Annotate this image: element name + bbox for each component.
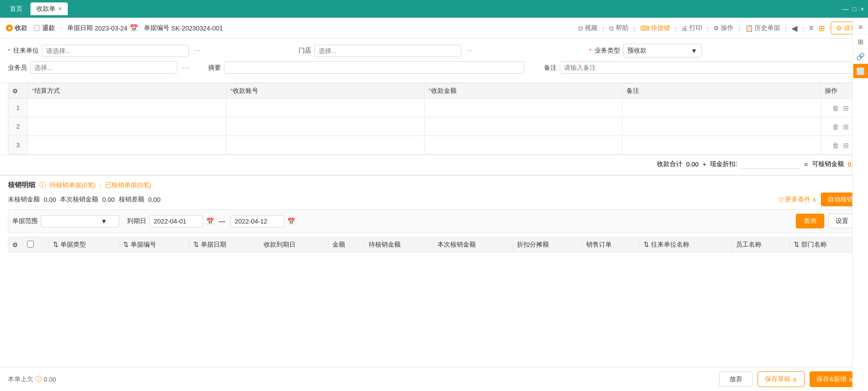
minimize-btn[interactable]: — [842, 5, 849, 13]
help-icon: ⊙ [609, 25, 614, 32]
summary-row: 收款合计 0.00 + 现金折扣: = 可核销金额 0.00 [0, 155, 868, 173]
settle-method-input-1[interactable] [28, 99, 226, 117]
settle-method-2[interactable] [28, 117, 226, 136]
window-controls: — □ × [842, 5, 864, 13]
receipt-account-input-2[interactable] [226, 117, 424, 136]
nav-prev-icon[interactable]: ◀ [791, 24, 797, 33]
check-all-header[interactable]: ⚙ [8, 237, 23, 252]
receipt-amount-1[interactable] [424, 99, 623, 117]
operate-btn[interactable]: ⚙ 操作 [713, 24, 733, 32]
query-btn[interactable]: 查询 [796, 214, 824, 228]
remark-1[interactable] [623, 99, 821, 117]
sidebar-icon-1[interactable]: ≡ [853, 20, 868, 34]
grid-view-icon[interactable]: ⊞ [818, 24, 825, 33]
verify-filters: 单据范围 ▼ 到期日 📅 — 📅 查询 设置 [8, 209, 860, 233]
copy-icon-1[interactable]: ⊞ [843, 104, 849, 112]
pending-tab[interactable]: 待核销单据(0笔) [50, 181, 96, 190]
print-btn[interactable]: 🖨 打印 [681, 24, 702, 32]
verify-stats-row: 未核销金额 0.00 本次核销金额 0.00 核销差额 0.00 ▽ 更多条件 … [8, 193, 860, 206]
video-btn[interactable]: ⊙ 视频 [578, 24, 597, 32]
done-tab[interactable]: 已核销单据(0笔) [105, 181, 151, 190]
store-dots[interactable]: ··· [466, 46, 473, 55]
maximize-btn[interactable]: □ [853, 5, 857, 13]
form-row-2: 业务员 ··· 摘要 备注 [8, 61, 860, 74]
settle-method-input-3[interactable] [28, 136, 226, 154]
remark-3[interactable] [623, 136, 821, 155]
receipt-amount-2[interactable] [424, 117, 623, 136]
check-all-checkbox[interactable] [27, 241, 34, 248]
receipt-amount-header: *收款金额 [424, 84, 623, 99]
help-btn[interactable]: ⊙ 帮助 [609, 24, 628, 32]
refund-radio[interactable]: 退款 [33, 24, 55, 32]
check-col-header[interactable] [23, 237, 49, 252]
delete-icon-3[interactable]: 🗑 [832, 141, 839, 149]
settle-method-1[interactable] [28, 99, 226, 117]
history-btn[interactable]: 📋 历史单据 [745, 24, 780, 32]
settle-method-3[interactable] [28, 136, 226, 155]
calendar-to-icon[interactable]: 📅 [287, 218, 295, 225]
remark-input-2[interactable] [623, 117, 820, 136]
remark-input-3[interactable] [623, 136, 820, 154]
business-type-select[interactable]: 预收款 ▼ [623, 44, 702, 57]
staff-input[interactable] [30, 61, 177, 74]
receipt-account-3[interactable] [226, 136, 424, 155]
discount-input[interactable] [741, 159, 800, 169]
receipt-account-1[interactable] [226, 99, 424, 117]
receipt-due-header: 收款到期日 [259, 237, 328, 252]
receipt-account-input-3[interactable] [226, 136, 424, 154]
abandon-btn[interactable]: 放弃 [719, 371, 753, 387]
remark-input[interactable] [560, 61, 860, 74]
tab-receipt-label: 收款单 [36, 4, 55, 13]
range-select[interactable]: ▼ [41, 215, 119, 227]
more-conditions-link[interactable]: ▽ 更多条件 ∧ [779, 195, 817, 204]
current-label: 本次核销金额 [60, 195, 98, 204]
shortcut-btn[interactable]: ⌨ 快捷键 [640, 24, 670, 32]
delete-icon-2[interactable]: 🗑 [832, 123, 839, 131]
summary-input[interactable] [224, 61, 524, 74]
tab-close-icon[interactable]: × [58, 5, 62, 12]
settings-icon-2: ⚙ [12, 241, 18, 249]
remark-input-1[interactable] [623, 99, 820, 117]
receipt-radio[interactable]: 收款 [6, 24, 27, 32]
store-label: 门店 [298, 46, 311, 55]
sidebar-icon-3[interactable]: 🔗 [853, 49, 868, 64]
receipt-account-2[interactable] [226, 117, 424, 136]
receipt-amount-3[interactable] [424, 136, 623, 155]
date-to-input[interactable] [230, 215, 284, 227]
sidebar-icon-4[interactable]: ⬜ [853, 64, 868, 79]
partner-dots[interactable]: ··· [194, 46, 200, 55]
draft-btn[interactable]: 保存草稿 ∧ [758, 371, 805, 387]
filter-icon: ▽ [779, 196, 784, 203]
receipt-amount-input-3[interactable] [425, 136, 623, 154]
settle-method-input-2[interactable] [28, 117, 226, 136]
filter-settings-btn[interactable]: 设置 [828, 214, 856, 228]
total-value: 0.00 [686, 161, 699, 168]
receipt-amount-input-2[interactable] [425, 117, 623, 136]
copy-icon-3[interactable]: ⊞ [843, 141, 849, 149]
partner-input[interactable] [42, 45, 189, 57]
receipt-account-input-1[interactable] [226, 99, 424, 117]
verify-section: 核销明细 ⓘ 待核销单据(0笔) | 已核销单据(0笔) 未核销金额 0.00 … [0, 175, 868, 367]
toolbar-divider-1 [61, 23, 61, 33]
delete-icon-1[interactable]: 🗑 [832, 104, 839, 112]
calendar-from-icon[interactable]: 📅 [206, 218, 214, 225]
summary-field: 摘要 [208, 61, 524, 74]
copy-icon-2[interactable]: ⊞ [843, 123, 849, 131]
tab-receipt[interactable]: 收款单 × [30, 2, 68, 15]
receipt-amount-input-1[interactable] [425, 99, 623, 117]
store-input[interactable] [314, 45, 461, 57]
draft-label: 保存草稿 [765, 375, 790, 384]
info-icon: ⓘ [39, 181, 46, 190]
calendar-icon[interactable]: 📅 [130, 24, 138, 32]
close-btn[interactable]: × [860, 5, 864, 13]
remark-2[interactable] [623, 117, 821, 136]
amount-header: 金额 [328, 237, 365, 252]
list-view-icon[interactable]: ≡ [809, 24, 814, 32]
settings-col-header[interactable]: ⚙ [8, 84, 28, 99]
sort-icon: ⇅ [53, 241, 58, 248]
date-from-input[interactable] [149, 215, 203, 227]
tab-home[interactable]: 首页 [4, 2, 28, 15]
staff-dots[interactable]: ··· [182, 63, 189, 72]
sidebar-icon-2[interactable]: ⊞ [853, 34, 868, 49]
verify-stats: 未核销金额 0.00 本次核销金额 0.00 核销差额 0.00 [8, 195, 161, 204]
